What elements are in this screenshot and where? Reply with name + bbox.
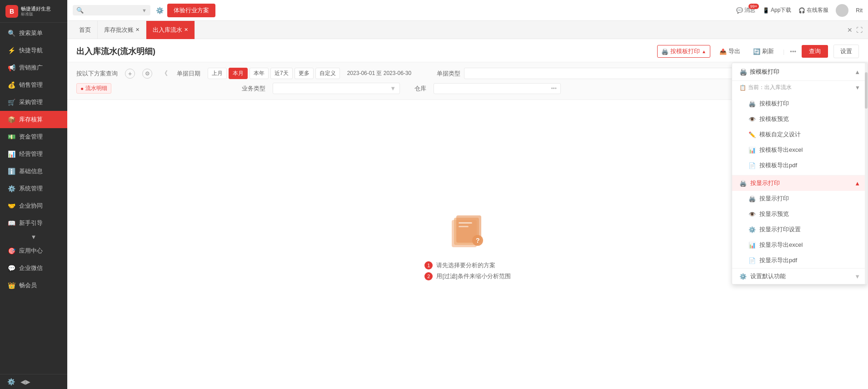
topbar-right: 💬 消息 99+ 📱 App下载 🎧 在线客服 Rit bbox=[736, 4, 863, 17]
print-header-icon: 🖨️ bbox=[739, 68, 747, 75]
tab-flow-close[interactable]: ✕ bbox=[184, 27, 188, 33]
username-label[interactable]: Rit bbox=[856, 7, 863, 14]
tab-home[interactable]: 首页 bbox=[73, 21, 98, 39]
wallet-icon: 💵 bbox=[7, 133, 15, 140]
dropdown-item-display-excel[interactable]: 📊 按显示导出excel bbox=[732, 237, 868, 253]
sidebar-item-search[interactable]: 🔍 搜索菜单 bbox=[0, 25, 67, 42]
message-btn[interactable]: 💬 消息 99+ bbox=[736, 6, 755, 14]
more-dots-icon[interactable]: ••• bbox=[790, 48, 796, 55]
svg-text:?: ? bbox=[476, 237, 480, 244]
collapse-icon[interactable]: ◀▶ bbox=[20, 378, 30, 385]
warehouse-more-icon[interactable]: ••• bbox=[551, 85, 557, 92]
box-icon: 📦 bbox=[7, 116, 15, 123]
gear-bottom-icon[interactable]: ⚙️ bbox=[7, 378, 15, 385]
dropdown-item-template-excel[interactable]: 📊 按模板导出excel bbox=[732, 142, 868, 158]
message-icon: 💬 bbox=[736, 7, 743, 14]
sidebar-item-sales[interactable]: 💰 销售管理 bbox=[0, 76, 67, 94]
dropdown-item-display-print[interactable]: 🖨️ 按显示打印 bbox=[732, 191, 868, 206]
date-btn-thisyear[interactable]: 本年 bbox=[249, 68, 269, 79]
settings-icon: ⚙️ bbox=[7, 185, 15, 192]
date-btn-lastmonth[interactable]: 上月 bbox=[208, 68, 227, 79]
sidebar-item-member[interactable]: 👑 畅会员 bbox=[0, 277, 67, 294]
scroll-thumb[interactable] bbox=[865, 72, 868, 109]
sidebar-item-operations[interactable]: 📊 经营管理 bbox=[0, 145, 67, 163]
display-section-chevron: ▲ bbox=[854, 180, 860, 187]
dropdown-item-display-settings[interactable]: ⚙️ 按显示打印设置 bbox=[732, 222, 868, 237]
cart-icon: 🛒 bbox=[7, 99, 15, 106]
sidebar-item-quicknav[interactable]: ⚡ 快捷导航 bbox=[0, 42, 67, 59]
date-btn-7days[interactable]: 近7天 bbox=[270, 68, 293, 79]
topbar-gear-icon[interactable]: ⚙️ bbox=[156, 7, 164, 14]
search-input[interactable] bbox=[85, 7, 140, 14]
dropdown-item-display-pdf[interactable]: 📄 按显示导出pdf bbox=[732, 253, 868, 268]
date-btn-thismonth[interactable]: 本月 bbox=[229, 68, 248, 79]
date-btn-more[interactable]: 更多 bbox=[294, 68, 314, 79]
sidebar-item-marketing[interactable]: 📢 营销推广 bbox=[0, 59, 67, 76]
industry-btn[interactable]: 体验行业方案 bbox=[167, 4, 215, 17]
app-download-btn[interactable]: 📱 App下载 bbox=[763, 6, 791, 14]
filter-tag-area: ● 流水明细 bbox=[76, 83, 231, 94]
apps-icon: 🎯 bbox=[7, 247, 15, 254]
money-icon: 💰 bbox=[7, 81, 15, 89]
logo-text: 畅捷通好生意 标准版 bbox=[21, 5, 51, 17]
refresh-btn[interactable]: 🔄 刷新 bbox=[749, 45, 778, 57]
logo-icon: B bbox=[5, 5, 18, 18]
handshake-icon: 🤝 bbox=[7, 202, 15, 209]
scroll-indicator bbox=[865, 63, 868, 284]
date-btn-custom[interactable]: 自定义 bbox=[315, 68, 340, 79]
tab-close-all-icon[interactable]: ✕ bbox=[847, 26, 853, 34]
scroll-down-btn[interactable]: ▼ bbox=[0, 232, 67, 242]
filter-add-btn[interactable]: + bbox=[125, 69, 135, 79]
dropdown-footer[interactable]: ⚙️ 设置默认功能 ▼ bbox=[732, 268, 868, 284]
phone-icon: 📱 bbox=[763, 7, 769, 14]
display-print-icon: 🖨️ bbox=[748, 195, 756, 202]
sidebar-item-purchase[interactable]: 🛒 采购管理 bbox=[0, 94, 67, 111]
footer-chevron: ▼ bbox=[854, 273, 860, 280]
sidebar-item-apps[interactable]: 🎯 应用中心 bbox=[0, 242, 67, 259]
tag-icon: ● bbox=[80, 85, 84, 92]
tab-batch[interactable]: 库存批次账 ✕ bbox=[98, 21, 146, 39]
display-excel-icon: 📊 bbox=[748, 242, 756, 249]
sidebar-item-guide[interactable]: 📖 新手引导 bbox=[0, 214, 67, 232]
filter-tag-item[interactable]: ● 流水明细 bbox=[76, 83, 111, 94]
filter-settings-btn[interactable]: ⚙ bbox=[142, 69, 152, 79]
sidebar-item-wechat[interactable]: 💬 企业微信 bbox=[0, 259, 67, 277]
topbar: 🔍 ▼ ⚙️ 体验行业方案 💬 消息 99+ 📱 App下载 🎧 在线客服 Ri… bbox=[67, 0, 868, 21]
dropdown-item-template-design[interactable]: ✏️ 模板自定义设计 bbox=[732, 127, 868, 142]
avatar[interactable] bbox=[836, 4, 848, 17]
business-type-select[interactable]: ▼ bbox=[273, 83, 400, 94]
dropdown-item-display-preview[interactable]: 👁️ 按显示预览 bbox=[732, 206, 868, 222]
template-print-btn[interactable]: 🖨️ 按模板打印 ▲ bbox=[657, 45, 710, 58]
headset-icon: 🎧 bbox=[798, 7, 805, 14]
sidebar-item-finance[interactable]: 💵 资金管理 bbox=[0, 128, 67, 145]
dropdown-item-template-print[interactable]: 🖨️ 按模板打印 bbox=[732, 96, 868, 111]
search-dropdown-btn[interactable]: ▼ bbox=[142, 8, 147, 13]
dropdown-item-template-preview[interactable]: 👁️ 按模板预览 bbox=[732, 111, 868, 127]
book-icon: 📖 bbox=[7, 219, 15, 227]
tab-expand-icon[interactable]: ⛶ bbox=[856, 26, 863, 34]
tab-flow[interactable]: 出入库流水 ✕ bbox=[146, 21, 195, 39]
sidebar-item-collab[interactable]: 🤝 企业协同 bbox=[0, 197, 67, 214]
search-box[interactable]: 🔍 ▼ bbox=[73, 5, 150, 15]
chevron-up-icon: ▲ bbox=[702, 49, 706, 54]
search-input-icon: 🔍 bbox=[76, 7, 84, 14]
tab-batch-close[interactable]: ✕ bbox=[135, 27, 140, 33]
display-print-header[interactable]: 🖨️ 按显示打印 ▲ bbox=[732, 175, 868, 191]
export-btn[interactable]: 📤 导出 bbox=[716, 45, 744, 57]
dropdown-item-template-pdf[interactable]: 📄 按模板导出pdf bbox=[732, 158, 868, 173]
sidebar-item-system[interactable]: ⚙️ 系统管理 bbox=[0, 180, 67, 197]
warehouse-select[interactable]: ••• bbox=[434, 83, 561, 94]
service-btn[interactable]: 🎧 在线客服 bbox=[798, 6, 828, 14]
filter-collapse-btn[interactable]: 《 bbox=[160, 69, 170, 79]
settings-btn[interactable]: 设置 bbox=[833, 45, 859, 58]
dropdown-header-chevron[interactable]: ▲ bbox=[854, 69, 860, 75]
display-print-section: 🖨️ 按显示打印 ▲ 🖨️ 按显示打印 👁️ 按显示预览 ⚙️ 按显示打印设置 bbox=[732, 175, 868, 268]
query-btn[interactable]: 查询 bbox=[802, 45, 828, 58]
date-label: 单据日期 bbox=[177, 70, 200, 78]
tabs-controls: ✕ ⛶ bbox=[847, 26, 863, 34]
excel-icon: 📊 bbox=[748, 147, 756, 154]
display-print-header-icon: 🖨️ bbox=[739, 180, 747, 187]
pdf-icon: 📄 bbox=[748, 162, 756, 169]
sidebar-item-basic[interactable]: ℹ️ 基础信息 bbox=[0, 163, 67, 180]
sidebar-item-inventory[interactable]: 📦 库存核算 bbox=[0, 111, 67, 128]
